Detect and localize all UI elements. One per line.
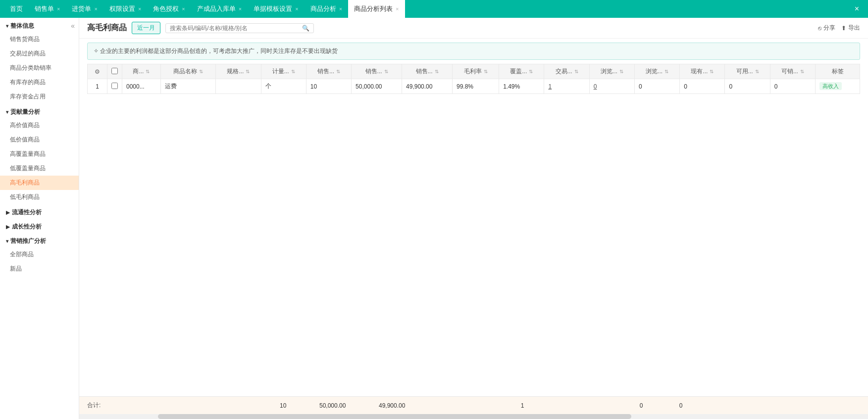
sidebar-group-liquidity[interactable]: ▶ 流通性分析 bbox=[0, 204, 79, 219]
th-gear[interactable]: ⚙ bbox=[88, 64, 107, 79]
top-navigation: 首页 销售单 × 进货单 × 权限设置 × 角色授权 × 产成品入库单 × 单据… bbox=[0, 0, 868, 18]
close-purchase-order[interactable]: × bbox=[94, 6, 97, 12]
search-box: 🔍 bbox=[165, 23, 314, 33]
header-actions: ⎋ 分享 ⬆ 导出 bbox=[818, 24, 860, 32]
nav-permission-settings[interactable]: 权限设置 × bbox=[103, 0, 147, 18]
nav-role-auth[interactable]: 角色授权 × bbox=[147, 0, 191, 18]
arrow-down-icon: ▾ bbox=[6, 23, 8, 29]
th-gross-margin[interactable]: 毛利率 ⇅ bbox=[453, 64, 499, 79]
nav-product-analysis[interactable]: 商品分析 × bbox=[305, 0, 348, 18]
export-btn[interactable]: ⬆ 导出 bbox=[841, 24, 860, 32]
sidebar-item-all-goods[interactable]: 全部商品 bbox=[0, 247, 79, 262]
cell-current-stock: 0 bbox=[680, 79, 725, 94]
sidebar-group-marketing[interactable]: ▾ 营销推广分析 bbox=[0, 233, 79, 247]
th-available-stock[interactable]: 可用... ⇅ bbox=[725, 64, 770, 79]
nav-sales-order[interactable]: 销售单 × bbox=[29, 0, 66, 18]
info-text: ✧ 企业的主要的利润都是这部分商品创造的，可考虑加大推广，同时关注库存是不要出现… bbox=[94, 47, 338, 55]
th-unit[interactable]: 计量... ⇅ bbox=[261, 64, 306, 79]
th-code[interactable]: 商... ⇅ bbox=[122, 64, 161, 79]
arrow-right-icon-2: ▶ bbox=[6, 224, 10, 230]
cell-code: 0000... bbox=[122, 79, 161, 94]
arrow-down-icon-3: ▾ bbox=[6, 238, 8, 244]
close-product-analysis-list[interactable]: × bbox=[396, 6, 399, 12]
sort-icon-unit: ⇅ bbox=[291, 69, 295, 74]
th-sales-qty[interactable]: 销售... ⇅ bbox=[306, 64, 351, 79]
sidebar-item-traded-goods[interactable]: 交易过的商品 bbox=[0, 47, 79, 61]
product-table: ⚙ 商... ⇅ 商品名称 bbox=[87, 64, 860, 94]
nav-template-settings[interactable]: 单据模板设置 × bbox=[248, 0, 304, 18]
cell-coverage: 1.49% bbox=[499, 79, 544, 94]
sidebar-item-low-coverage[interactable]: 低覆盖量商品 bbox=[0, 161, 79, 176]
cell-spec bbox=[216, 79, 261, 94]
sidebar-item-category-sales-rate[interactable]: 商品分类助销率 bbox=[0, 61, 79, 75]
th-browse2[interactable]: 浏览... ⇅ bbox=[634, 64, 679, 79]
nav-product-inbound[interactable]: 产成品入库单 × bbox=[191, 0, 248, 18]
cell-check[interactable] bbox=[107, 79, 122, 94]
select-all-checkbox[interactable] bbox=[111, 68, 118, 74]
filter-period-btn[interactable]: 近一月 bbox=[132, 22, 160, 34]
close-product-inbound[interactable]: × bbox=[239, 6, 242, 12]
cell-trade-count: 1 bbox=[544, 79, 589, 94]
cell-sales-qty: 10 bbox=[306, 79, 351, 94]
th-current-stock[interactable]: 现有... ⇅ bbox=[680, 64, 725, 79]
scrollbar-thumb[interactable] bbox=[158, 414, 631, 419]
share-icon: ⎋ bbox=[818, 25, 821, 32]
sidebar-group-growth[interactable]: ▶ 成长性分析 bbox=[0, 219, 79, 233]
th-spec[interactable]: 规格... ⇅ bbox=[216, 64, 261, 79]
sidebar-group-overview-items: 销售货商品 交易过的商品 商品分类助销率 有库存的商品 库存资金占用 bbox=[0, 32, 79, 104]
th-sales-amount[interactable]: 销售... ⇅ bbox=[352, 64, 402, 79]
search-input[interactable] bbox=[170, 25, 302, 32]
search-icon[interactable]: 🔍 bbox=[302, 25, 309, 32]
footer-sales-cost: 49,900.00 bbox=[350, 402, 409, 409]
horizontal-scrollbar[interactable] bbox=[79, 414, 868, 419]
sidebar-item-in-stock-goods[interactable]: 有库存的商品 bbox=[0, 75, 79, 90]
sidebar-item-high-coverage[interactable]: 高覆盖量商品 bbox=[0, 147, 79, 161]
cell-unit: 个 bbox=[261, 79, 306, 94]
close-product-analysis[interactable]: × bbox=[339, 6, 342, 12]
sidebar-item-low-margin[interactable]: 低毛利商品 bbox=[0, 190, 79, 204]
sort-icon-gross-margin: ⇅ bbox=[484, 69, 488, 74]
th-tag[interactable]: 标签 bbox=[816, 64, 860, 79]
sidebar-item-sales-goods[interactable]: 销售货商品 bbox=[0, 32, 79, 47]
sort-icon-current-stock: ⇅ bbox=[710, 69, 714, 74]
sort-icon-coverage: ⇅ bbox=[529, 69, 533, 74]
th-trade-count[interactable]: 交易... ⇅ bbox=[544, 64, 589, 79]
th-check[interactable] bbox=[107, 64, 122, 79]
th-sales-cost[interactable]: 销售... ⇅ bbox=[402, 64, 453, 79]
close-sales-order[interactable]: × bbox=[57, 6, 60, 12]
cell-seq: 1 bbox=[88, 79, 107, 94]
cell-gross-margin: 99.8% bbox=[453, 79, 499, 94]
sidebar-group-contribution[interactable]: ▾ 贡献量分析 bbox=[0, 104, 79, 118]
th-coverage[interactable]: 覆盖... ⇅ bbox=[499, 64, 544, 79]
row-checkbox[interactable] bbox=[111, 83, 118, 89]
footer-label: 合计: bbox=[87, 401, 104, 410]
cell-tag: 高收入 bbox=[816, 79, 860, 94]
page-title: 高毛利商品 bbox=[87, 23, 127, 33]
table-row: 1 0000... 运费 个 10 50,000.00 49,900.00 99… bbox=[88, 79, 860, 94]
th-browse1[interactable]: 浏览... ⇅ bbox=[589, 64, 634, 79]
content-header: 高毛利商品 近一月 🔍 ⎋ 分享 ⬆ 导出 bbox=[79, 18, 868, 39]
sidebar-item-stock-capital[interactable]: 库存资金占用 bbox=[0, 90, 79, 104]
nav-product-analysis-list[interactable]: 商品分析列表 × bbox=[348, 0, 405, 18]
close-role-auth[interactable]: × bbox=[182, 6, 185, 12]
sidebar-collapse-btn[interactable]: « bbox=[71, 22, 75, 30]
nav-purchase-order[interactable]: 进货单 × bbox=[66, 0, 103, 18]
sidebar-item-high-margin[interactable]: 高毛利商品 bbox=[0, 176, 79, 190]
cell-name: 运费 bbox=[160, 79, 216, 94]
arrow-down-icon-2: ▾ bbox=[6, 109, 8, 115]
main-layout: « ▾ 整体信息 销售货商品 交易过的商品 商品分类助销率 有库存的商品 库存资… bbox=[0, 18, 868, 419]
content-area: 高毛利商品 近一月 🔍 ⎋ 分享 ⬆ 导出 ✧ 企业的主要的利润都是这部分商品创… bbox=[79, 18, 868, 419]
sidebar-item-new-goods[interactable]: 新品 bbox=[0, 262, 79, 276]
arrow-right-icon: ▶ bbox=[6, 210, 10, 215]
sidebar-item-high-value[interactable]: 高价值商品 bbox=[0, 118, 79, 133]
close-permission-settings[interactable]: × bbox=[138, 6, 141, 12]
close-template-settings[interactable]: × bbox=[295, 6, 298, 12]
nav-home[interactable]: 首页 bbox=[4, 0, 29, 18]
sidebar-group-overview[interactable]: ▾ 整体信息 bbox=[0, 18, 79, 32]
th-name[interactable]: 商品名称 ⇅ bbox=[160, 64, 216, 79]
sidebar-item-low-value[interactable]: 低价值商品 bbox=[0, 133, 79, 147]
share-btn[interactable]: ⎋ 分享 bbox=[818, 24, 835, 32]
close-all-tabs[interactable]: × bbox=[850, 4, 864, 13]
th-sellable-days[interactable]: 可销... ⇅ bbox=[770, 64, 815, 79]
sort-icon-spec: ⇅ bbox=[246, 69, 250, 74]
